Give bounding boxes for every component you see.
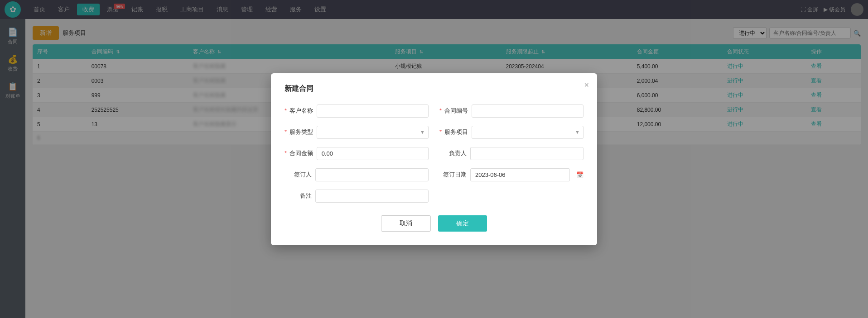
new-contract-modal: 新建合同 × * 客户名称 * 合同编号 bbox=[271, 73, 597, 245]
confirm-button[interactable]: 确定 bbox=[438, 215, 487, 232]
form-group-notes: 备注 bbox=[285, 190, 429, 203]
form-group-contract-no: * 合同编号 bbox=[439, 104, 583, 118]
form-group-service-type: * 服务类型 ▼ bbox=[285, 126, 429, 139]
notes-label: 备注 bbox=[285, 192, 312, 200]
contract-no-label: * 合同编号 bbox=[439, 107, 468, 115]
notes-input[interactable] bbox=[315, 190, 429, 203]
cancel-button[interactable]: 取消 bbox=[381, 215, 431, 232]
signer-input[interactable] bbox=[315, 168, 429, 181]
service-type-select-wrap: ▼ bbox=[317, 126, 429, 139]
contract-no-input[interactable] bbox=[472, 104, 583, 118]
form-group-amount: * 合同金额 bbox=[285, 147, 429, 160]
service-item-label: * 服务项目 bbox=[439, 128, 468, 136]
modal-title: 新建合同 bbox=[285, 84, 583, 94]
service-item-select[interactable] bbox=[472, 126, 583, 139]
service-type-select[interactable] bbox=[317, 126, 429, 139]
form-row-3: * 合同金额 负责人 bbox=[285, 147, 583, 160]
form-row-5: 备注 bbox=[285, 190, 583, 203]
service-type-label: * 服务类型 bbox=[285, 128, 313, 136]
form-group-signer: 签订人 bbox=[285, 168, 429, 181]
customer-name-label: * 客户名称 bbox=[285, 107, 313, 115]
responsible-label: 负责人 bbox=[439, 149, 467, 157]
sign-date-input[interactable] bbox=[470, 168, 570, 181]
signer-label: 签订人 bbox=[285, 171, 312, 179]
sign-date-label: 签订日期 bbox=[439, 171, 467, 179]
form-row-4: 签订人 签订日期 📅 bbox=[285, 168, 583, 181]
form-row-2: * 服务类型 ▼ * 服务项目 bbox=[285, 126, 583, 139]
calendar-icon[interactable]: 📅 bbox=[576, 171, 583, 178]
form-group-sign-date: 签订日期 📅 bbox=[439, 168, 583, 181]
responsible-input[interactable] bbox=[470, 147, 583, 160]
modal-close-button[interactable]: × bbox=[584, 81, 589, 90]
form-row-1: * 客户名称 * 合同编号 bbox=[285, 104, 583, 118]
contract-amount-label: * 合同金额 bbox=[285, 149, 313, 157]
form-group-responsible: 负责人 bbox=[439, 147, 583, 160]
form-group-customer: * 客户名称 bbox=[285, 104, 429, 118]
form-group-service-item: * 服务项目 ▼ bbox=[439, 126, 583, 139]
customer-name-input[interactable] bbox=[317, 104, 429, 118]
service-item-select-wrap: ▼ bbox=[472, 126, 583, 139]
modal-footer: 取消 确定 bbox=[285, 215, 583, 232]
modal-overlay: 新建合同 × * 客户名称 * 合同编号 bbox=[0, 0, 868, 318]
contract-amount-input[interactable] bbox=[317, 147, 429, 160]
